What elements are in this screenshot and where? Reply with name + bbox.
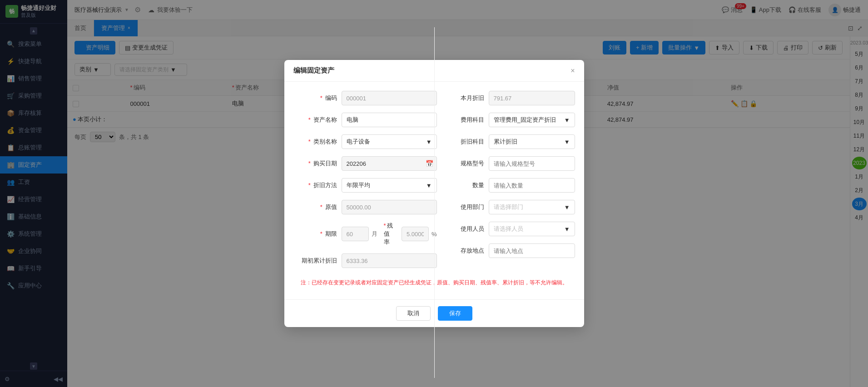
code-label: * 编码 (301, 94, 342, 102)
initial-dep-label: 期初累计折旧 (301, 257, 342, 265)
modal-title: 编辑固定资产 (293, 66, 334, 75)
cancel-button[interactable]: 取消 (396, 306, 431, 321)
form-row-initial-dep: 期初累计折旧 (301, 253, 437, 268)
dep-account-select[interactable]: 累计折旧 ▼ (489, 134, 575, 149)
modal-close-btn[interactable]: × (570, 67, 575, 75)
required-mark2: * (308, 116, 311, 123)
chevron-down-icon6: ▼ (564, 226, 570, 233)
chevron-down-icon: ▼ (426, 139, 432, 145)
location-input[interactable] (489, 243, 575, 258)
required-mark5: * (308, 182, 311, 189)
required-mark3: * (308, 138, 311, 145)
form-divider (434, 60, 435, 327)
form-right-col: 本月折旧 费用科目 管理费用_固定资产折旧 ▼ (442, 91, 580, 275)
quantity-input[interactable] (489, 178, 575, 193)
dep-method-label: * 折旧方法 (301, 181, 342, 189)
chevron-down-icon2: ▼ (426, 182, 432, 189)
form-row-quantity: 数量 (448, 178, 575, 193)
modal-body: * 编码 * 资产名称 (284, 82, 584, 299)
edit-asset-modal: 编辑固定资产 × * 编码 (284, 60, 584, 327)
purchase-date-wrapper: 📅 (342, 156, 437, 171)
form-row-original-value: * 原值 (301, 200, 437, 214)
form-row-monthly-dep: 本月折旧 (448, 91, 575, 105)
form-row-code: * 编码 (301, 91, 437, 105)
expense-account-select[interactable]: 管理费用_固定资产折旧 ▼ (489, 113, 575, 127)
period-label: * 期限 (301, 230, 342, 238)
category-label: * 类别名称 (301, 138, 342, 146)
required-mark7: * (320, 230, 322, 237)
original-value-label: * 原值 (301, 203, 342, 211)
purchase-date-input[interactable] (342, 156, 437, 171)
name-input[interactable] (342, 113, 437, 127)
chevron-down-icon5: ▼ (564, 204, 570, 211)
spec-input[interactable] (489, 156, 575, 171)
form-row-name: * 资产名称 (301, 113, 437, 127)
required-mark: * (320, 94, 322, 101)
form-row-department: 使用部门 请选择部门 ▼ (448, 200, 575, 214)
residual-rate-label: *残值率 (384, 222, 395, 246)
save-button[interactable]: 保存 (438, 306, 472, 321)
monthly-dep-label: 本月折旧 (448, 94, 489, 102)
department-label: 使用部门 (448, 203, 489, 211)
modal-overlay: 编辑固定资产 × * 编码 (0, 0, 868, 387)
calendar-icon: 📅 (426, 160, 433, 167)
form-row-period: * 期限 月 *残值率 % (301, 222, 437, 246)
location-label: 存放地点 (448, 247, 489, 255)
period-input[interactable] (342, 227, 369, 241)
quantity-label: 数量 (448, 181, 489, 189)
purchase-date-label: * 购买日期 (301, 159, 342, 168)
form-row-dep-method: * 折旧方法 年限平均 ▼ (301, 178, 437, 193)
original-value-input[interactable] (342, 200, 437, 214)
spec-label: 规格型号 (448, 159, 489, 168)
department-select[interactable]: 请选择部门 ▼ (489, 200, 575, 214)
form-row-location: 存放地点 (448, 243, 575, 258)
initial-dep-input[interactable] (342, 253, 437, 268)
required-mark6: * (320, 203, 322, 210)
dep-account-label: 折旧科目 (448, 138, 489, 146)
form-row-user: 使用人员 请选择人员 ▼ (448, 222, 575, 236)
form-left-col: * 编码 * 资产名称 (295, 91, 442, 275)
required-mark4: * (308, 160, 311, 167)
name-label: * 资产名称 (301, 116, 342, 124)
period-unit: 月 (372, 230, 377, 238)
residual-rate-input[interactable] (402, 227, 429, 241)
form-row-purchase-date: * 购买日期 📅 (301, 156, 437, 171)
form-grid: * 编码 * 资产名称 (295, 91, 573, 275)
category-select[interactable]: 电子设备 ▼ (342, 134, 437, 149)
user-select[interactable]: 请选择人员 ▼ (489, 222, 575, 236)
code-input[interactable] (342, 91, 437, 105)
form-row-spec: 规格型号 (448, 156, 575, 171)
form-row-dep-account: 折旧科目 累计折旧 ▼ (448, 134, 575, 149)
user-label: 使用人员 (448, 225, 489, 233)
expense-account-label: 费用科目 (448, 116, 489, 124)
chevron-down-icon3: ▼ (564, 117, 570, 124)
period-inline: 月 *残值率 % (342, 222, 437, 246)
monthly-dep-input[interactable] (489, 91, 575, 105)
form-row-expense-account: 费用科目 管理费用_固定资产折旧 ▼ (448, 113, 575, 127)
dep-method-select[interactable]: 年限平均 ▼ (342, 178, 437, 193)
form-row-category: * 类别名称 电子设备 ▼ (301, 134, 437, 149)
chevron-down-icon4: ▼ (564, 139, 570, 145)
